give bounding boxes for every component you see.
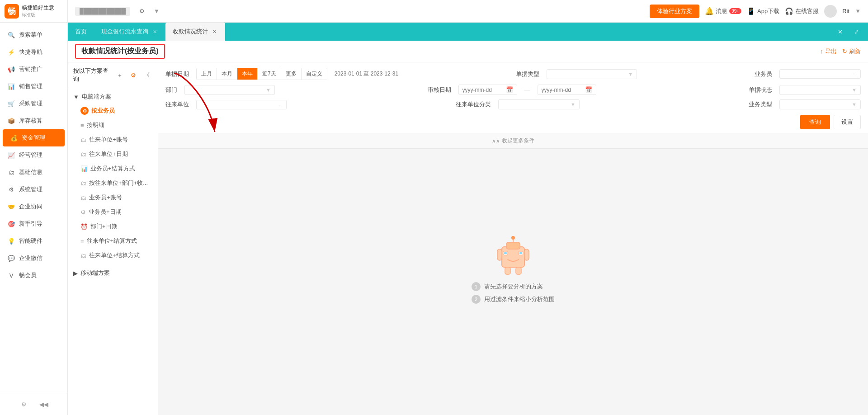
- scheme-item-salesperson-account[interactable]: 🗂业务员+账号: [68, 190, 158, 205]
- tab-close-all-btn[interactable]: ✕: [834, 25, 846, 38]
- guide-icon: 🎯: [7, 220, 15, 228]
- scheme-item-partner-settlement2[interactable]: 🗂往来单位+结算方式: [68, 248, 158, 263]
- audit-from-field[interactable]: [462, 87, 504, 93]
- fund-icon: 💰: [10, 134, 18, 142]
- date-tab-this-month[interactable]: 本月: [217, 68, 237, 80]
- scheme-item-salesperson-settlement[interactable]: 📊业务员+结算方式: [68, 161, 158, 176]
- scheme-panel: 按以下方案查询 + ⚙ 《 ▼电脑端方案⚙按业务员≡按明细🗂往来单位+账号🗂往来…: [68, 62, 158, 415]
- scheme-item-dept-date[interactable]: ⏰部门+日期: [68, 219, 158, 234]
- sidebar-item-hardware[interactable]: 💡智能硬件: [0, 232, 67, 250]
- collapse-bar[interactable]: ∧∧ 收起更多条件: [158, 133, 868, 148]
- notification-btn[interactable]: 🔔 消息 99+: [705, 7, 741, 15]
- date-tab-prev-month[interactable]: 上月: [197, 68, 217, 80]
- sidebar-item-member[interactable]: V畅会员: [0, 267, 67, 284]
- audit-to-field[interactable]: [542, 87, 583, 93]
- logo-icon: 畅: [5, 4, 19, 19]
- customer-service-btn[interactable]: 🎧 在线客服: [785, 7, 819, 15]
- sidebar-item-marketing[interactable]: 📢营销推广: [0, 61, 67, 78]
- refresh-btn[interactable]: ↻刷新: [842, 47, 861, 56]
- sidebar-item-operation[interactable]: 📈经营管理: [0, 146, 67, 164]
- business-type-select[interactable]: ▼: [779, 99, 861, 109]
- collapse-btn[interactable]: ∧∧ 收起更多条件: [492, 137, 534, 145]
- scheme-item-partner-date[interactable]: 🗂往来单位+日期: [68, 147, 158, 161]
- dept-select[interactable]: ▼: [184, 85, 275, 95]
- scheme-item-label-salesperson-settlement: 业务员+结算方式: [90, 165, 135, 173]
- audit-to-input[interactable]: 📅: [538, 85, 596, 95]
- app-download-btn[interactable]: 📱 App下载: [747, 7, 779, 15]
- wechat-icon: 💬: [7, 254, 15, 262]
- scheme-collapse-btn[interactable]: 《: [142, 70, 152, 80]
- tab-close-bank-flow[interactable]: ✕: [151, 28, 158, 35]
- right-content: 单据日期 上月本月本年近7天更多自定义 2023-01-01 至 2023-12…: [158, 62, 868, 415]
- sidebar-label-fund: 资金管理: [22, 134, 45, 142]
- scheme-add-btn[interactable]: +: [114, 70, 125, 80]
- scheme-item-icon-partner-date: 🗂: [80, 151, 86, 158]
- sidebar-label-wechat: 企业微信: [19, 254, 42, 262]
- scheme-item-partner-dept-collect[interactable]: 🗂按往来单位+部门+收...: [68, 176, 158, 190]
- scheme-settings-btn[interactable]: ⚙: [128, 70, 139, 80]
- section-arrow-mobile: ▶: [73, 270, 78, 277]
- query-btn[interactable]: 查询: [800, 115, 830, 129]
- date-tab-custom[interactable]: 自定义: [302, 68, 327, 80]
- scheme-item-label-salesperson-account: 业务员+账号: [89, 193, 122, 202]
- scheme-item-icon-dept-date: ⏰: [80, 223, 88, 230]
- audit-from-input[interactable]: 📅: [458, 85, 517, 95]
- sidebar-item-sales[interactable]: 📊销售管理: [0, 78, 67, 95]
- tip-num-2: 2: [472, 295, 481, 304]
- user-avatar[interactable]: [824, 5, 837, 18]
- voucher-status-select[interactable]: ▼: [779, 85, 861, 95]
- trial-btn[interactable]: 体验行业方案: [650, 5, 699, 18]
- tab-maximize-btn[interactable]: ⤢: [850, 25, 863, 38]
- hardware-icon: 💡: [7, 237, 15, 245]
- partner-category-select[interactable]: ▼: [498, 99, 580, 109]
- date-tab-last-7-days[interactable]: 近7天: [258, 68, 281, 80]
- date-tab-this-year[interactable]: 本年: [237, 68, 258, 80]
- empty-robot-icon: [491, 233, 536, 278]
- scheme-item-icon-by-detail: ≡: [80, 122, 84, 129]
- sidebar-item-guide[interactable]: 🎯新手引导: [0, 215, 67, 232]
- sidebar-label-enterprise: 企业协同: [19, 203, 42, 211]
- tab-bank-flow[interactable]: 现金银行流水查询✕: [94, 23, 165, 41]
- sidebar-settings-btn[interactable]: ⚙: [18, 398, 30, 410]
- svg-rect-0: [502, 247, 524, 267]
- settings-btn[interactable]: 设置: [834, 115, 861, 129]
- sidebar-item-search[interactable]: 🔍搜索菜单: [0, 26, 67, 43]
- sidebar-item-purchase[interactable]: 🛒采购管理: [0, 95, 67, 112]
- sidebar-collapse-btn[interactable]: ◀◀: [38, 398, 50, 410]
- tab-home[interactable]: 首页: [68, 23, 94, 41]
- sidebar-item-inventory[interactable]: 📦库存核算: [0, 112, 67, 129]
- empty-tip-1: 1 请先选择要分析的方案: [472, 282, 555, 291]
- sidebar-label-sales: 销售管理: [19, 82, 42, 90]
- header-dropdown-btn[interactable]: ▼: [154, 8, 160, 14]
- tab-close-receipt-stats[interactable]: ✕: [211, 28, 218, 35]
- sidebar-item-enterprise[interactable]: 🤝企业协同: [0, 198, 67, 215]
- sidebar-item-fund[interactable]: 💰资金管理: [3, 129, 65, 146]
- scheme-item-by-salesperson[interactable]: ⚙按业务员: [68, 104, 158, 118]
- user-dropdown-icon[interactable]: ▼: [855, 8, 861, 14]
- sidebar-item-wechat[interactable]: 💬企业微信: [0, 250, 67, 267]
- voucher-type-select[interactable]: ▼: [547, 69, 637, 79]
- scheme-panel-title: 按以下方案查询: [73, 67, 112, 83]
- date-tab-more[interactable]: 更多: [281, 68, 302, 80]
- partner-select[interactable]: ...: [196, 100, 287, 109]
- sidebar-item-system[interactable]: ⚙系统管理: [0, 181, 67, 198]
- scheme-item-icon-partner-settlement1: ≡: [80, 238, 84, 245]
- scheme-section-title-mobile[interactable]: ▶移动端方案: [68, 266, 158, 280]
- header-settings-icon[interactable]: ⚙: [136, 5, 148, 18]
- scheme-item-partner-settlement1[interactable]: ≡往来单位+结算方式: [68, 234, 158, 248]
- salesperson-select[interactable]: ···: [779, 69, 861, 79]
- sidebar-item-basic[interactable]: 🗂基础信息: [0, 164, 67, 181]
- scheme-item-partner-account[interactable]: 🗂往来单位+账号: [68, 132, 158, 147]
- filter-row-3: 往来单位 ... 往来单位分类 ▼: [165, 99, 861, 109]
- scheme-section-pc: ▼电脑端方案⚙按业务员≡按明细🗂往来单位+账号🗂往来单位+日期📊业务员+结算方式…: [68, 88, 158, 264]
- export-btn[interactable]: ↑导出: [821, 47, 837, 56]
- tab-receipt-stats[interactable]: 收款情况统计✕: [165, 23, 225, 41]
- sales-icon: 📊: [7, 82, 15, 90]
- scheme-item-icon-salesperson-date: ⚙: [80, 209, 86, 216]
- scheme-item-by-detail[interactable]: ≡按明细: [68, 118, 158, 132]
- scheme-section-title-pc[interactable]: ▼电脑端方案: [68, 90, 158, 104]
- system-icon: ⚙: [7, 185, 15, 193]
- member-icon: V: [7, 271, 15, 279]
- sidebar-item-quick-nav[interactable]: ⚡快捷导航: [0, 43, 67, 61]
- scheme-item-salesperson-date[interactable]: ⚙业务员+日期: [68, 205, 158, 219]
